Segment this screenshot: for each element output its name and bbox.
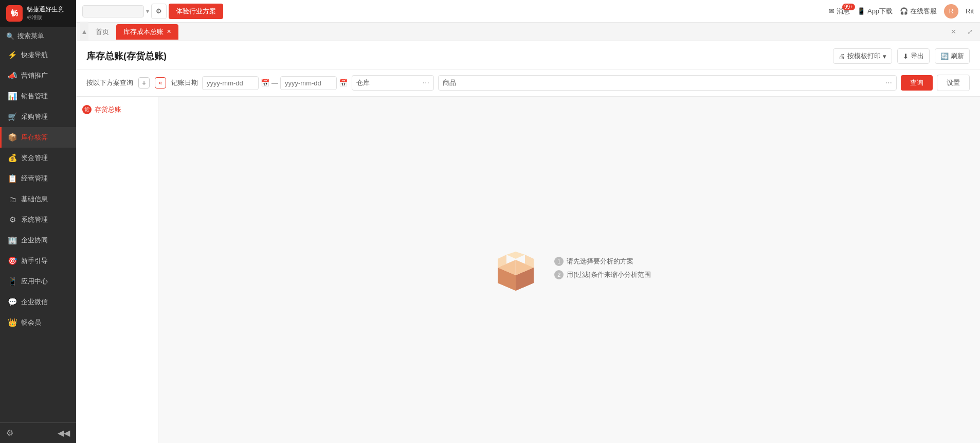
export-label: 导出 (911, 51, 924, 61)
top-bar-right: ✉ 消息 99+ 📱 App下载 🎧 在线客服 R Rit (829, 4, 974, 19)
sidebar-item-label: 企业微信 (21, 297, 48, 307)
tab-inventory-ledger[interactable]: 库存成本总账 ✕ (116, 24, 178, 40)
search-menu-item[interactable]: 🔍 搜索菜单 (0, 27, 76, 45)
step-2-num: 2 (554, 270, 564, 279)
sidebar-item-system[interactable]: ⚙ 系统管理 (0, 209, 76, 230)
sidebar-footer: ⚙ ◀◀ (0, 422, 76, 443)
sidebar-item-guide[interactable]: 🎯 新手引导 (0, 251, 76, 271)
scheme-item-label: 存货总账 (95, 105, 121, 114)
enterprise-icon: 🏢 (8, 236, 17, 245)
industry-solution-button[interactable]: 体验行业方案 (169, 4, 223, 19)
message-button[interactable]: ✉ 消息 99+ (829, 7, 850, 16)
tab-inventory-ledger-label: 库存成本总账 (123, 27, 164, 37)
inventory-icon: 📦 (8, 133, 17, 142)
sidebar-item-member[interactable]: 👑 畅会员 (0, 312, 76, 333)
sidebar-item-base-info[interactable]: 🗂 基础信息 (0, 189, 76, 209)
sidebar-logo: 畅 畅捷通好生意 标准版 (0, 0, 76, 27)
app-download-button[interactable]: 📱 App下载 (857, 7, 893, 16)
sidebar-item-label: 经营管理 (21, 174, 48, 183)
print-chevron-icon: ▾ (883, 52, 886, 60)
online-support-button[interactable]: 🎧 在线客服 (900, 7, 937, 16)
main-area: ▾ ⚙ 体验行业方案 ✉ 消息 99+ 📱 App下载 🎧 在线客服 R (76, 0, 980, 443)
refresh-button[interactable]: 🔄 刷新 (935, 48, 970, 64)
sidebar-item-inventory[interactable]: 📦 库存核算 (0, 127, 76, 148)
user-name[interactable]: Rit (966, 7, 974, 15)
date-separator: — (271, 79, 278, 87)
sidebar-item-marketing[interactable]: 📣 营销推广 (0, 65, 76, 86)
date-range-input: 📅 — 📅 (202, 76, 348, 90)
empty-content: 1 请先选择要分析的方案 2 用[过滤]条件来缩小分析范围 (487, 244, 650, 296)
print-button[interactable]: 🖨 按模板打印 ▾ (833, 48, 892, 64)
filter-add-button[interactable]: + (138, 77, 150, 88)
marketing-icon: 📣 (8, 71, 17, 80)
sidebar-item-label: 采购管理 (21, 112, 48, 121)
app-badge: 标准版 (27, 14, 64, 21)
wechat-icon: 💬 (8, 297, 17, 307)
sales-icon: 📊 (8, 92, 17, 101)
tab-home[interactable]: 首页 (88, 24, 116, 40)
operations-icon: 📋 (8, 174, 17, 183)
export-icon: ⬇ (903, 52, 909, 60)
topbar-settings-button[interactable]: ⚙ (151, 4, 167, 19)
warehouse-input[interactable]: 仓库 ··· (352, 75, 434, 91)
date-end-input[interactable] (280, 76, 337, 90)
search-icon: 🔍 (6, 32, 14, 40)
app-name: 畅捷通好生意 (27, 6, 64, 14)
sidebar-item-label: 新手引导 (21, 256, 48, 265)
sidebar-item-sales[interactable]: 📊 销售管理 (0, 86, 76, 107)
sidebar-item-label: 资金管理 (21, 153, 48, 163)
goods-more-icon[interactable]: ··· (885, 78, 892, 87)
phone-icon: 📱 (857, 7, 865, 15)
base-info-icon: 🗂 (8, 195, 17, 204)
app-download-label: App下载 (867, 7, 893, 16)
top-bar: ▾ ⚙ 体验行业方案 ✉ 消息 99+ 📱 App下载 🎧 在线客服 R (76, 0, 980, 23)
printer-icon: 🖨 (839, 52, 845, 60)
export-button[interactable]: ⬇ 导出 (897, 48, 930, 64)
scheme-item-inventory-ledger[interactable]: 货 存货总账 (76, 101, 158, 118)
goods-input[interactable]: 商品 ··· (438, 75, 897, 91)
refresh-icon: 🔄 (940, 52, 949, 60)
logo-char: 畅 (11, 9, 18, 18)
sidebar-item-app-center[interactable]: 📱 应用中心 (0, 271, 76, 292)
system-icon: ⚙ (8, 215, 17, 224)
expand-panel-button[interactable]: ⤢ (964, 26, 976, 38)
tab-home-label: 首页 (96, 27, 109, 37)
sidebar-item-label: 销售管理 (21, 92, 48, 101)
sidebar-item-quick-nav[interactable]: ⚡ 快捷导航 (0, 45, 76, 65)
logo-text-block: 畅捷通好生意 标准版 (27, 6, 64, 21)
gear-icon: ⚙ (156, 7, 162, 15)
tab-close-icon[interactable]: ✕ (167, 28, 171, 35)
avatar-char: R (949, 8, 954, 15)
sidebar-item-label: 快捷导航 (21, 50, 48, 60)
sidebar-item-finance[interactable]: 💰 资金管理 (0, 148, 76, 168)
query-button[interactable]: 查询 (901, 75, 933, 91)
header-actions: 🖨 按模板打印 ▾ ⬇ 导出 🔄 刷新 (833, 48, 970, 64)
calendar-end-icon[interactable]: 📅 (339, 79, 348, 87)
sidebar-item-operations[interactable]: 📋 经营管理 (0, 168, 76, 189)
sidebar-item-label: 企业协同 (21, 236, 48, 245)
sidebar-item-wechat[interactable]: 💬 企业微信 (0, 292, 76, 312)
member-icon: 👑 (8, 318, 17, 327)
warehouse-more-icon[interactable]: ··· (423, 78, 429, 87)
collapse-sidebar-icon[interactable]: ◀◀ (58, 428, 70, 438)
sidebar-item-label: 畅会员 (21, 318, 41, 327)
calendar-start-icon[interactable]: 📅 (261, 79, 269, 87)
scheme-item-icon: 货 (82, 105, 92, 114)
breadcrumb-input[interactable] (82, 5, 144, 17)
finance-icon: 💰 (8, 153, 17, 163)
tab-scroll-up[interactable]: ▲ (80, 22, 88, 42)
chevron-down-icon[interactable]: ▾ (146, 8, 149, 15)
guide-icon: 🎯 (8, 256, 17, 265)
settings-footer-icon[interactable]: ⚙ (6, 428, 13, 438)
message-badge: 99+ (842, 4, 855, 10)
filter-settings-button[interactable]: 设置 (937, 75, 970, 91)
sidebar-item-label: 系统管理 (21, 215, 48, 224)
date-start-input[interactable] (202, 76, 259, 90)
filter-collapse-button[interactable]: « (155, 77, 166, 88)
sidebar-item-enterprise[interactable]: 🏢 企业协同 (0, 230, 76, 251)
sidebar-item-purchase[interactable]: 🛒 采购管理 (0, 107, 76, 127)
close-panel-button[interactable]: ✕ (947, 26, 959, 38)
date-label: 记账日期 (171, 78, 198, 87)
search-menu-label: 搜索菜单 (17, 31, 44, 41)
goods-label: 商品 (443, 78, 456, 87)
